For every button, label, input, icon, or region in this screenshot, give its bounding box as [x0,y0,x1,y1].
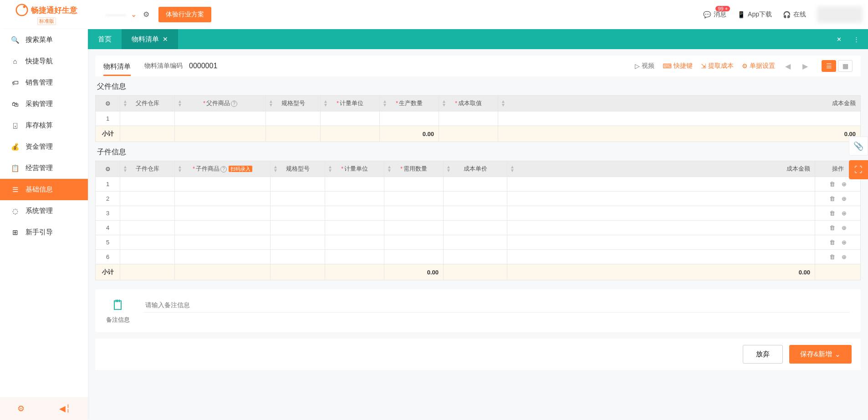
delete-row-icon[interactable]: 🗑 [829,181,835,187]
row-number: 5 [96,235,120,250]
user-avatar[interactable] [817,6,863,23]
logo-area: 畅捷通好生意 标准版 [5,4,87,25]
tab-bom[interactable]: 物料清单 ✕ [122,29,178,49]
sort-icon: ▲▼ [328,165,332,172]
delete-row-icon[interactable]: 🗑 [829,224,835,231]
play-icon: ▷ [635,62,640,70]
video-link[interactable]: ▷视频 [635,62,654,70]
doc-setting-link[interactable]: ⚙单据设置 [742,62,775,70]
sidebar-item-label: 搜索菜单 [26,35,53,44]
delete-row-icon[interactable]: 🗑 [829,210,835,217]
prev-doc-icon[interactable]: ◀ [783,62,792,71]
tabs-menu-icon[interactable]: ⋮ [848,29,864,49]
headset-icon: 🎧 [783,11,791,18]
add-row-icon[interactable]: ⊕ [842,195,847,202]
messages-link[interactable]: 💬 消息 99 + [703,10,726,19]
brand-logo-icon [15,4,28,16]
sidebar-item-inventory[interactable]: ⌺库存核算 [0,115,88,136]
industry-plan-button[interactable]: 体验行业方案 [158,7,211,22]
parent-col-product[interactable]: ▲▼*父件商品? [175,96,266,111]
sidebar-item-purchase[interactable]: 🛍采购管理 [0,93,88,115]
save-and-new-button[interactable]: 保存&新增⌄ [789,345,852,364]
shortcut-link[interactable]: ⌨快捷键 [663,62,693,70]
sort-icon: ▲▼ [383,100,387,107]
gear-icon: ⚙ [742,62,748,70]
sidebar-item-sales[interactable]: 🏷销售管理 [0,72,88,93]
parent-col-spec[interactable]: ▲▼规格型号 [266,96,321,111]
table-row[interactable]: 3🗑⊕ [96,206,861,221]
table-row[interactable]: 4🗑⊕ [96,221,861,235]
add-row-icon[interactable]: ⊕ [842,224,847,231]
sort-icon: ▲▼ [446,165,451,172]
delete-row-icon[interactable]: 🗑 [829,253,835,260]
child-col-settings[interactable]: ⚙ [96,161,120,177]
table-row[interactable]: 1 [96,111,861,126]
collapse-sidebar-icon[interactable]: ◀╎ [59,404,71,414]
document-header: 物料清单 物料清单编码 0000001 ▷视频 ⌨快捷键 ⇲提取成本 ⚙单据设置… [95,56,861,76]
org-name: ——— [106,10,126,18]
parent-col-qty[interactable]: ▲▼*生产数量 [380,96,439,111]
table-row[interactable]: 6🗑⊕ [96,250,861,264]
attachment-rail-button[interactable]: 📎 [849,137,868,156]
child-subtotal-amount: 0.00 [507,264,815,280]
child-section-title: 子件信息 [97,147,861,157]
org-selector[interactable]: ——— ⌄ [106,10,137,19]
table-row[interactable]: 2🗑⊕ [96,192,861,206]
add-row-icon[interactable]: ⊕ [842,181,847,187]
settings-gear-icon[interactable]: ⚙ [17,404,25,414]
row-number: 1 [96,111,120,126]
tabs-close-all-icon[interactable]: ✕ [831,29,847,49]
parent-col-cost-amount[interactable]: ▲▼成本金额 [498,96,861,111]
delete-row-icon[interactable]: 🗑 [829,239,835,246]
tab-home[interactable]: 首页 [88,29,122,49]
subtotal-label: 小计 [96,126,120,142]
sidebar-item-guide[interactable]: ⊞新手引导 [0,222,88,243]
close-icon[interactable]: ✕ [163,35,168,43]
org-settings-icon[interactable]: ⚙ [143,10,149,19]
app-download-link[interactable]: 📱 App下载 [737,10,772,19]
add-row-icon[interactable]: ⊕ [842,210,847,217]
child-col-product[interactable]: ▲▼*子件商品?扫码录入 [175,161,271,177]
doc-code-value: 0000001 [189,62,217,70]
form-footer: 放弃 保存&新增⌄ [95,339,861,370]
online-support-link[interactable]: 🎧 在线 [783,10,806,19]
extract-cost-link[interactable]: ⇲提取成本 [701,62,734,70]
parent-col-settings[interactable]: ⚙ [96,96,120,111]
child-col-spec[interactable]: ▲▼规格型号 [271,161,325,177]
content: 物料清单 物料清单编码 0000001 ▷视频 ⌨快捷键 ⇲提取成本 ⚙单据设置… [88,49,868,420]
sidebar-item-finance[interactable]: 💰资金管理 [0,136,88,157]
sidebar-item-system[interactable]: ◌系统管理 [0,200,88,222]
table-row[interactable]: 1🗑⊕ [96,177,861,192]
sidebar-item-search[interactable]: 🔍搜索菜单 [0,29,88,51]
parent-subtotal-row: 小计 0.00 0.00 [96,126,861,142]
view-card-button[interactable]: ▦ [838,60,853,72]
discard-button[interactable]: 放弃 [743,345,783,364]
parent-col-unit[interactable]: ▲▼*计量单位 [321,96,380,111]
child-col-qty[interactable]: ▲▼*需用数量 [384,161,444,177]
sidebar-item-label: 采购管理 [26,100,53,108]
view-list-button[interactable]: ☰ [822,60,836,72]
sidebar-item-operation[interactable]: 📋经营管理 [0,157,88,179]
scan-input-badge[interactable]: 扫码录入 [229,166,252,172]
svg-point-0 [16,5,28,16]
info-icon: ? [220,166,227,172]
remark-input[interactable] [143,298,850,313]
sidebar-item-label: 新手引导 [26,228,53,237]
next-doc-icon[interactable]: ▶ [801,62,810,71]
add-row-icon[interactable]: ⊕ [842,253,847,260]
expand-rail-button[interactable]: ⛶ [849,160,868,179]
subtotal-label: 小计 [96,264,120,280]
add-row-icon[interactable]: ⊕ [842,239,847,246]
parent-col-warehouse[interactable]: ▲▼父件仓库 [120,96,175,111]
sort-icon: ▲▼ [178,100,182,107]
child-col-unit[interactable]: ▲▼*计量单位 [325,161,384,177]
child-col-warehouse[interactable]: ▲▼子件仓库 [120,161,175,177]
sidebar-item-basic-info[interactable]: ☰基础信息 [0,179,88,200]
parent-col-cost-method[interactable]: ▲▼*成本取值 [439,96,498,111]
child-col-unit-cost[interactable]: ▲▼成本单价 [444,161,507,177]
child-col-cost-amount[interactable]: ▲▼成本金额 [507,161,815,177]
right-rail: 📎 ⛶ [849,137,868,179]
table-row[interactable]: 5🗑⊕ [96,235,861,250]
delete-row-icon[interactable]: 🗑 [829,195,835,202]
sidebar-item-nav[interactable]: ⌂快捷导航 [0,51,88,72]
